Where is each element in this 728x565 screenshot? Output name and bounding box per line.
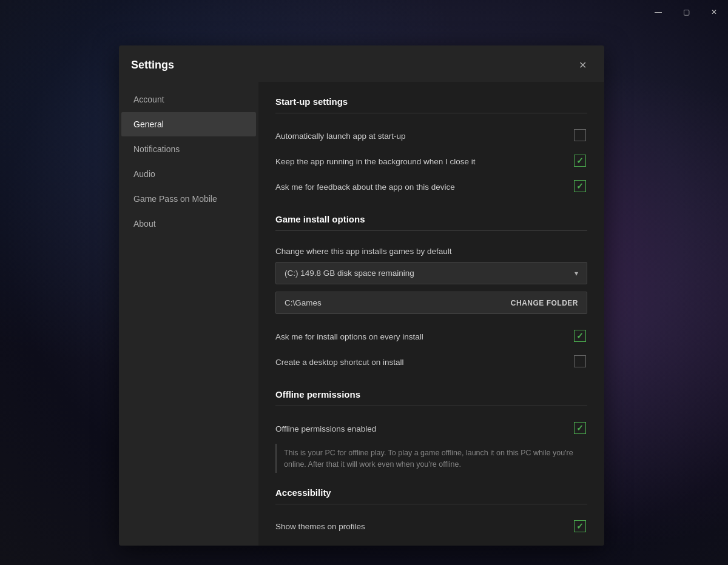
install-description-row: Change where this app installs games by … bbox=[275, 241, 587, 262]
maximize-button[interactable]: ▢ bbox=[672, 0, 700, 24]
checkbox-themes[interactable] bbox=[574, 520, 587, 533]
offline-info-text: This is your PC for offline play. To pla… bbox=[275, 444, 587, 473]
folder-path-value: C:\Games bbox=[285, 298, 322, 307]
setting-row-themes: Show themes on profiles bbox=[275, 514, 587, 540]
disk-dropdown[interactable]: (C:) 149.8 GB disk space remaining ▾ bbox=[275, 262, 587, 284]
setting-label-offline-enabled: Offline permissions enabled bbox=[275, 424, 574, 433]
checkbox-empty-autolaunch bbox=[574, 129, 586, 141]
setting-label-background: Keep the app running in the background w… bbox=[275, 157, 574, 166]
setting-label-feedback: Ask me for feedback about the app on thi… bbox=[275, 182, 574, 192]
minimize-button[interactable]: — bbox=[644, 0, 672, 24]
titlebar: — ▢ ✕ bbox=[0, 0, 728, 24]
install-description-label: Change where this app installs games by … bbox=[275, 247, 587, 256]
sidebar-item-gamepass[interactable]: Game Pass on Mobile bbox=[121, 187, 256, 211]
settings-dialog: Settings ✕ Account General Notifications… bbox=[119, 45, 604, 546]
checkbox-checked-offline-enabled bbox=[574, 422, 586, 434]
chevron-down-icon: ▾ bbox=[575, 269, 578, 278]
checkbox-install-options[interactable] bbox=[574, 330, 587, 343]
startup-section-title: Start-up settings bbox=[275, 96, 587, 107]
dialog-body: Account General Notifications Audio Game… bbox=[119, 82, 604, 546]
dialog-header: Settings ✕ bbox=[119, 45, 604, 82]
checkbox-feedback[interactable] bbox=[574, 180, 587, 193]
checkbox-checked-feedback bbox=[574, 180, 586, 192]
dialog-title: Settings bbox=[131, 59, 174, 72]
sidebar-item-audio[interactable]: Audio bbox=[121, 162, 256, 186]
offline-section-title: Offline permissions bbox=[275, 389, 587, 400]
setting-row-offline-enabled: Offline permissions enabled bbox=[275, 416, 587, 441]
sidebar-item-about[interactable]: About bbox=[121, 212, 256, 236]
checkbox-background[interactable] bbox=[574, 155, 587, 168]
window-controls: — ▢ ✕ bbox=[644, 0, 728, 24]
checkbox-empty-desktop-shortcut bbox=[574, 355, 586, 367]
install-divider bbox=[275, 230, 587, 231]
setting-row-background: Keep the app running in the background w… bbox=[275, 149, 587, 174]
window-close-button[interactable]: ✕ bbox=[700, 0, 728, 24]
checkbox-checked-themes bbox=[574, 520, 586, 532]
setting-row-autolaunch: Automatically launch app at start-up bbox=[275, 123, 587, 149]
checkbox-autolaunch[interactable] bbox=[574, 129, 587, 142]
setting-row-install-options: Ask me for install options on every inst… bbox=[275, 324, 587, 349]
checkbox-desktop-shortcut[interactable] bbox=[574, 355, 587, 369]
install-section-title: Game install options bbox=[275, 214, 587, 224]
settings-sidebar: Account General Notifications Audio Game… bbox=[119, 82, 258, 546]
accessibility-section-title: Accessibility bbox=[275, 487, 587, 498]
setting-label-themes: Show themes on profiles bbox=[275, 522, 574, 531]
change-folder-button[interactable]: CHANGE FOLDER bbox=[511, 299, 578, 307]
settings-main-content: Start-up settings Automatically launch a… bbox=[258, 82, 604, 546]
checkbox-checked-background bbox=[574, 155, 586, 167]
dropdown-value: (C:) 149.8 GB disk space remaining bbox=[285, 269, 414, 278]
sidebar-item-general[interactable]: General bbox=[121, 112, 256, 136]
checkbox-checked-install-options bbox=[574, 330, 586, 342]
folder-row: C:\Games CHANGE FOLDER bbox=[275, 292, 587, 314]
setting-row-feedback: Ask me for feedback about the app on thi… bbox=[275, 174, 587, 199]
accessibility-divider bbox=[275, 504, 587, 504]
dialog-close-button[interactable]: ✕ bbox=[573, 55, 592, 75]
setting-label-install-options: Ask me for install options on every inst… bbox=[275, 332, 574, 341]
setting-label-autolaunch: Automatically launch app at start-up bbox=[275, 132, 574, 141]
startup-divider bbox=[275, 113, 587, 113]
checkbox-offline-enabled[interactable] bbox=[574, 422, 587, 435]
offline-divider bbox=[275, 406, 587, 406]
sidebar-item-account[interactable]: Account bbox=[121, 87, 256, 112]
sidebar-item-notifications[interactable]: Notifications bbox=[121, 137, 256, 161]
setting-row-desktop-shortcut: Create a desktop shortcut on install bbox=[275, 349, 587, 375]
setting-label-desktop-shortcut: Create a desktop shortcut on install bbox=[275, 358, 574, 367]
